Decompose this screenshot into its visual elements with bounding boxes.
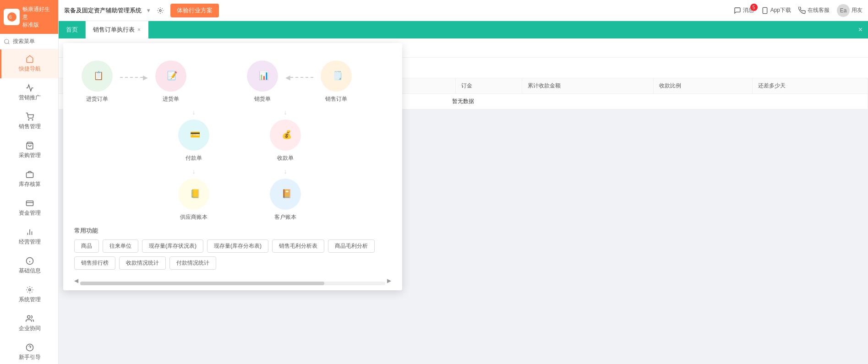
svg-point-19 bbox=[159, 10, 161, 11]
svg-rect-7 bbox=[27, 201, 33, 206]
common-btn-payment-stats[interactable]: 付款情况统计 bbox=[169, 256, 216, 270]
online-service-label: 在线客服 bbox=[808, 6, 830, 14]
message-btn[interactable]: 5 消息 bbox=[734, 6, 754, 14]
common-functions-title: 常用功能 bbox=[74, 227, 391, 235]
svg-text:🗒️: 🗒️ bbox=[333, 71, 343, 81]
flow-node-purchase-order[interactable]: 📋 进货订单 bbox=[82, 60, 113, 103]
flow-label: 进货订单 bbox=[86, 95, 108, 103]
common-functions: 常用功能 商品 往来单位 现存量(库存状况表) 现存量(库存分布表) 销售毛利分… bbox=[74, 227, 391, 270]
flow-label: 销货单 bbox=[254, 95, 271, 103]
svg-rect-6 bbox=[27, 173, 33, 178]
system-name: 装备及固定资产辅助管理系统 bbox=[64, 6, 142, 15]
sidebar-item-label: 营销推广 bbox=[19, 94, 41, 102]
user-avatar: Ea bbox=[837, 4, 850, 17]
user-avatar-btn[interactable]: Ea 用友 bbox=[837, 4, 863, 17]
tab-close-icon[interactable]: × bbox=[137, 27, 141, 33]
common-btn-stock-status[interactable]: 现存量(库存状况表) bbox=[142, 239, 203, 253]
common-btn-sales-rank[interactable]: 销售排行榜 bbox=[74, 256, 115, 270]
common-btn-stock-dist[interactable]: 现存量(库存分布表) bbox=[207, 239, 268, 253]
sidebar-nav: 快捷导航 营销推广 销售管理 采购管理 库存核算 资金管理 bbox=[0, 49, 58, 364]
sidebar: 6 畅康通好生意 标准版 搜索菜单 快捷导航 营销推广 销售管理 bbox=[0, 0, 59, 364]
flow-node-customer-ledger[interactable]: 📔 客户账本 bbox=[270, 179, 301, 221]
panel-scrollbar-row: ◀ ▶ bbox=[74, 276, 391, 285]
common-btn-sales-gross[interactable]: 销售毛利分析表 bbox=[272, 239, 324, 253]
sidebar-item-sales[interactable]: 销售管理 bbox=[0, 107, 58, 136]
settings-button[interactable] bbox=[154, 4, 167, 17]
svg-text:💳: 💳 bbox=[190, 130, 201, 140]
scroll-left-btn[interactable]: ◀ bbox=[74, 277, 78, 284]
tab-sales-exec[interactable]: 销售订单执行表 × bbox=[86, 21, 148, 38]
flow-label: 销售订单 bbox=[325, 95, 347, 103]
sidebar-item-inventory[interactable]: 库存核算 bbox=[0, 165, 58, 194]
flow-node-sales-bill[interactable]: 📊 销货单 bbox=[247, 60, 278, 103]
tab-close-all[interactable]: × bbox=[853, 26, 868, 34]
sidebar-item-operations[interactable]: 经营管理 bbox=[0, 223, 58, 251]
svg-text:📒: 📒 bbox=[190, 189, 201, 199]
main-content: 装备及固定资产辅助管理系统 ▾ 体验行业方案 5 消息 App下载 在线客服 bbox=[59, 0, 868, 364]
flow-node-purchase-bill[interactable]: 📝 进货单 bbox=[155, 60, 186, 103]
flow-node-payment-bill[interactable]: 💳 付款单 bbox=[178, 120, 209, 162]
svg-text:📋: 📋 bbox=[93, 71, 104, 81]
trial-btn[interactable]: 体验行业方案 bbox=[170, 4, 219, 17]
tab-home[interactable]: 首页 bbox=[59, 21, 86, 38]
common-btn-partner[interactable]: 往来单位 bbox=[103, 239, 138, 253]
sidebar-item-newbie[interactable]: 新手引导 bbox=[0, 338, 58, 364]
topbar: 装备及固定资产辅助管理系统 ▾ 体验行业方案 5 消息 App下载 在线客服 bbox=[59, 0, 868, 21]
sidebar-item-enterprise[interactable]: 企业协同 bbox=[0, 309, 58, 338]
sidebar-item-basic-info[interactable]: 基础信息 bbox=[0, 251, 58, 280]
sidebar-item-finance[interactable]: 资金管理 bbox=[0, 194, 58, 223]
flow-label: 进货单 bbox=[163, 95, 179, 103]
sidebar-item-label: 库存核算 bbox=[19, 180, 41, 188]
sidebar-item-marketing[interactable]: 营销推广 bbox=[0, 78, 58, 107]
system-dropdown-icon[interactable]: ▾ bbox=[147, 7, 150, 14]
tab-sales-exec-label: 销售订单执行表 bbox=[93, 26, 135, 34]
common-btns-row2: 销售排行榜 收款情况统计 付款情况统计 bbox=[74, 256, 391, 270]
app-download-btn[interactable]: App下载 bbox=[761, 6, 791, 14]
flow-node-sales-order[interactable]: 🗒️ 销售订单 bbox=[321, 60, 352, 103]
search-label: 搜索菜单 bbox=[13, 38, 35, 45]
sidebar-item-label: 快捷导航 bbox=[19, 65, 41, 73]
sidebar-search[interactable]: 搜索菜单 bbox=[0, 34, 58, 49]
sidebar-item-label: 企业协同 bbox=[19, 325, 41, 332]
common-btn-product[interactable]: 商品 bbox=[74, 239, 99, 253]
user-label: 用友 bbox=[852, 6, 863, 14]
logo-text: 畅康通好生意 标准版 bbox=[22, 5, 55, 28]
sidebar-item-label: 资金管理 bbox=[19, 209, 41, 217]
content-area: 帮助 按模板打印 ▾ 导出 ▾ 刷新 bbox=[59, 38, 868, 364]
sidebar-item-label: 经营管理 bbox=[19, 238, 41, 246]
svg-text:6: 6 bbox=[9, 15, 12, 20]
sidebar-item-system[interactable]: 系统管理 bbox=[0, 280, 58, 309]
svg-point-3 bbox=[28, 120, 29, 120]
common-btn-receipt-stats[interactable]: 收款情况统计 bbox=[119, 256, 166, 270]
svg-text:📝: 📝 bbox=[167, 71, 178, 81]
sidebar-item-purchase[interactable]: 采购管理 bbox=[0, 136, 58, 165]
svg-point-15 bbox=[29, 289, 31, 291]
quick-guide-overlay: 📋 进货订单 ▶ bbox=[59, 38, 868, 364]
flow-node-supplier-ledger[interactable]: 📒 供应商账本 bbox=[178, 179, 209, 221]
svg-text:📊: 📊 bbox=[259, 71, 269, 81]
sidebar-item-label: 新手引导 bbox=[19, 353, 41, 361]
tabs-bar: 首页 销售订单执行表 × × bbox=[59, 21, 868, 38]
sidebar-item-quick-nav[interactable]: 快捷导航 bbox=[0, 49, 58, 78]
sidebar-item-label: 基础信息 bbox=[19, 267, 41, 275]
topbar-right: 5 消息 App下载 在线客服 Ea 用友 bbox=[734, 4, 863, 17]
sidebar-item-label: 采购管理 bbox=[19, 152, 41, 159]
common-btn-product-gross[interactable]: 商品毛利分析 bbox=[328, 239, 375, 253]
tab-home-label: 首页 bbox=[66, 26, 78, 34]
common-btns: 商品 往来单位 现存量(库存状况表) 现存量(库存分布表) 销售毛利分析表 商品… bbox=[74, 239, 391, 253]
panel-scrollbar[interactable] bbox=[80, 282, 385, 285]
flow-node-receipt-bill[interactable]: 💰 收款单 bbox=[270, 120, 301, 162]
flow-label: 客户账本 bbox=[274, 213, 296, 221]
quick-guide-panel: 📋 进货订单 ▶ bbox=[63, 43, 402, 290]
scroll-right-btn[interactable]: ▶ bbox=[387, 277, 391, 284]
svg-text:📔: 📔 bbox=[282, 189, 292, 199]
sidebar-logo[interactable]: 6 畅康通好生意 标准版 bbox=[0, 0, 58, 34]
online-service-btn[interactable]: 在线客服 bbox=[798, 6, 830, 14]
svg-rect-20 bbox=[763, 7, 767, 13]
logo-icon: 6 bbox=[4, 9, 20, 25]
sidebar-item-label: 销售管理 bbox=[19, 123, 41, 130]
message-badge: 5 bbox=[750, 4, 758, 11]
svg-point-16 bbox=[27, 316, 30, 319]
flow-label: 供应商账本 bbox=[180, 213, 207, 221]
app-download-label: App下载 bbox=[770, 6, 791, 14]
